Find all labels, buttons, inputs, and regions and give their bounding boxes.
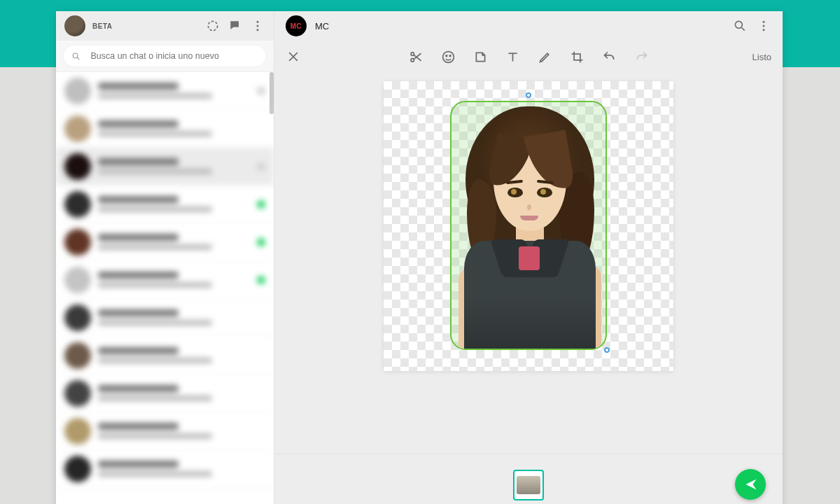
image-canvas[interactable] (384, 81, 673, 371)
chat-avatar[interactable]: MC (286, 15, 307, 36)
menu-icon[interactable] (250, 18, 265, 34)
scissors-icon[interactable] (408, 49, 424, 64)
svg-line-7 (742, 28, 745, 31)
pencil-icon[interactable] (537, 49, 552, 64)
attachment-thumbnail[interactable] (513, 470, 544, 500)
chat-list-item[interactable] (56, 72, 274, 110)
sticker-icon[interactable] (472, 49, 488, 64)
svg-point-4 (73, 53, 78, 58)
chat-list-item[interactable] (56, 186, 274, 223)
status-ring-icon[interactable] (205, 18, 220, 34)
undo-icon[interactable] (601, 49, 617, 64)
svg-point-17 (442, 51, 454, 62)
svg-point-6 (735, 21, 742, 28)
selection-rect[interactable] (450, 101, 607, 350)
svg-point-19 (449, 55, 451, 56)
svg-point-9 (763, 25, 765, 27)
chat-list-item[interactable] (56, 148, 274, 186)
send-button[interactable] (735, 469, 766, 500)
svg-point-2 (257, 25, 259, 27)
editor-toolbar: Listo (274, 41, 783, 73)
svg-point-13 (411, 52, 414, 55)
redo-icon (634, 49, 649, 64)
sidebar: BETA (56, 11, 274, 504)
chat-list-item[interactable] (56, 412, 274, 450)
chat-list-item[interactable] (56, 299, 274, 337)
search-icon (71, 51, 80, 62)
svg-point-14 (411, 58, 414, 61)
user-avatar[interactable] (64, 15, 85, 36)
svg-point-10 (763, 29, 765, 31)
svg-line-5 (77, 57, 79, 59)
chat-title: MC (315, 21, 329, 31)
sidebar-header: BETA (56, 11, 274, 41)
svg-point-1 (257, 21, 259, 23)
send-icon (744, 477, 758, 491)
editor-footer (274, 454, 783, 504)
image-content (451, 102, 606, 349)
main-panel: MC MC (274, 11, 783, 504)
canvas-area (274, 73, 783, 454)
close-icon[interactable] (286, 49, 301, 64)
emoji-icon[interactable] (440, 49, 456, 64)
chat-list-item[interactable] (56, 450, 274, 488)
chat-header: MC MC (274, 11, 783, 41)
svg-point-0 (208, 21, 217, 30)
svg-point-18 (446, 55, 447, 56)
menu-icon[interactable] (756, 18, 771, 34)
search-bar (56, 41, 274, 72)
text-icon[interactable] (505, 49, 520, 64)
chat-list-item[interactable] (56, 110, 274, 148)
selection-handle-bottom-right[interactable] (604, 347, 610, 353)
chat-list[interactable] (56, 72, 274, 504)
chat-list-item[interactable] (56, 337, 274, 374)
new-chat-icon[interactable] (227, 18, 243, 34)
beta-label: BETA (92, 22, 112, 30)
search-input[interactable] (90, 51, 258, 61)
chat-list-item[interactable] (56, 374, 274, 412)
crop-rotate-icon[interactable] (569, 49, 584, 64)
svg-point-8 (763, 21, 765, 23)
done-button[interactable]: Listo (752, 52, 771, 62)
chat-list-item[interactable] (56, 223, 274, 261)
svg-point-3 (257, 29, 259, 31)
chat-list-item[interactable] (56, 261, 274, 299)
selection-handle-top[interactable] (526, 92, 531, 98)
search-icon[interactable] (732, 18, 748, 34)
